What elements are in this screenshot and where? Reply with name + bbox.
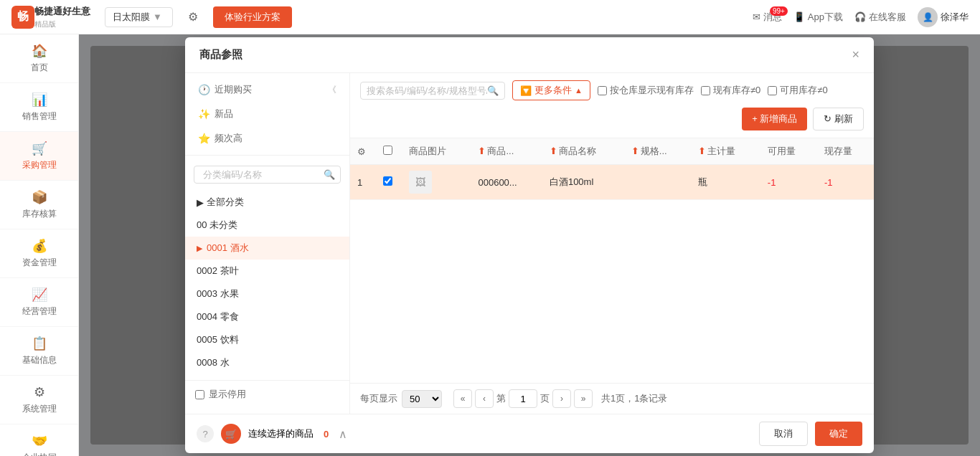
th-checkbox — [376, 138, 402, 165]
basic-icon: 📋 — [32, 336, 47, 351]
td-index: 1 — [350, 165, 376, 200]
sidebar-label-business: 经营管理 — [22, 305, 57, 318]
category-water[interactable]: 0008 水 — [185, 351, 349, 374]
table-header-row: ⚙ 商品图片 ⬆商品... ⬆商品名称 ⬆规格... ⬆主计量 可用量 现存量 — [350, 138, 874, 165]
sidebar-item-system[interactable]: ⚙ 系统管理 — [0, 376, 78, 424]
topbar-right: ✉ 消息 99+ 📱 App下载 🎧 在线客服 👤 徐泽华 — [753, 7, 969, 27]
product-table: ⚙ 商品图片 ⬆商品... ⬆商品名称 ⬆规格... ⬆主计量 可用量 现存量 — [350, 138, 874, 200]
sidebar-item-basic[interactable]: 📋 基础信息 — [0, 327, 78, 376]
th-stock: 现存量 — [817, 138, 874, 165]
purchase-icon: 🛒 — [32, 141, 47, 156]
checkbox-available-label[interactable]: 可用库存≠0 — [768, 84, 827, 97]
exp-button[interactable]: 体验行业方案 — [213, 6, 292, 28]
category-search-icon[interactable]: 🔍 — [324, 169, 335, 180]
category-all[interactable]: ▶ 全部分类 — [185, 191, 349, 214]
footer-collapse-button[interactable]: ∧ — [339, 427, 347, 441]
topbar: 畅 畅捷通好生意 精品版 日太阳膜 ▼ ⚙ 体验行业方案 ✉ 消息 99+ 📱 … — [0, 0, 980, 34]
filter-more-button[interactable]: 🔽 更多条件 ▲ — [512, 80, 590, 100]
page-last-button[interactable]: » — [574, 389, 593, 408]
service-button[interactable]: 🎧 在线客服 — [854, 11, 906, 24]
checkbox-warehouse-label[interactable]: 按仓库显示现有库存 — [598, 84, 694, 97]
product-search-icon[interactable]: 🔍 — [487, 85, 499, 96]
user-area[interactable]: 👤 徐泽华 — [918, 7, 969, 27]
sidebar-item-purchase[interactable]: 🛒 采购管理 — [0, 132, 78, 181]
filter-arrow-icon: ▲ — [575, 86, 583, 95]
select-all-checkbox[interactable] — [383, 146, 392, 155]
category-search-input[interactable] — [203, 169, 324, 180]
show-disabled-checkbox[interactable] — [195, 390, 204, 399]
cancel-button[interactable]: 取消 — [759, 422, 808, 446]
sidebar-item-sales[interactable]: 📊 销售管理 — [0, 83, 78, 132]
table-row[interactable]: 1 🖼 000600... 白酒100ml — [350, 165, 874, 200]
message-icon: ✉ — [753, 11, 760, 22]
category-water-label: 0008 水 — [197, 356, 230, 369]
per-page-dropdown[interactable]: 50 100 200 — [402, 390, 442, 408]
nav-dropdown[interactable]: 日太阳膜 ▼ — [105, 7, 173, 27]
tab-new-label: 新品 — [215, 108, 233, 120]
page-number-input[interactable] — [509, 389, 537, 408]
page-label: 第 — [496, 392, 506, 405]
logo-sub: 精品版 — [34, 20, 56, 28]
sort-icon-code: ⬆ — [478, 146, 486, 156]
app-download-button[interactable]: 📱 App下载 — [793, 11, 843, 24]
category-drink[interactable]: 0005 饮料 — [185, 328, 349, 351]
page-prev-button[interactable]: ‹ — [475, 389, 494, 408]
row-checkbox[interactable] — [383, 176, 392, 186]
help-button[interactable]: ? — [197, 425, 214, 442]
footer-left: ? 🛒 连续选择的商品 0 ∧ — [197, 424, 347, 444]
sidebar-label-collab: 企业协同 — [22, 452, 57, 456]
home-icon: 🏠 — [32, 43, 47, 59]
tab-new[interactable]: ✨ 新品 — [191, 103, 344, 125]
th-spec: ⬆规格... — [624, 138, 692, 165]
checkbox-current-label[interactable]: 现有库存≠0 — [701, 84, 760, 97]
th-name: ⬆商品名称 — [542, 138, 624, 165]
sidebar-item-business[interactable]: 📈 经营管理 — [0, 278, 78, 327]
category-snack[interactable]: 0004 零食 — [185, 305, 349, 328]
sidebar-label-inventory: 库存核算 — [22, 208, 57, 220]
modal-overlay: 商品参照 × 🕐 近期购买 《 — [79, 34, 980, 456]
category-liquor[interactable]: ▶ 0001 酒水 — [185, 237, 349, 260]
gear-button[interactable]: ⚙ — [182, 6, 204, 29]
page-nav: « ‹ 第 页 › » — [453, 389, 593, 408]
confirm-button[interactable]: 确定 — [815, 422, 862, 446]
main-layout: 🏠 首页 📊 销售管理 🛒 采购管理 📦 库存核算 💰 资金管理 📈 经营管理 … — [0, 34, 980, 456]
refresh-button[interactable]: ↻ 刷新 — [813, 108, 864, 130]
logo-text-area: 畅捷通好生意 精品版 — [34, 5, 90, 29]
product-search-input[interactable] — [367, 85, 487, 96]
checkbox-available-text: 可用库存≠0 — [780, 84, 827, 97]
sidebar-item-home[interactable]: 🏠 首页 — [0, 34, 78, 83]
modal-body: 🕐 近期购买 《 ✨ 新品 ⭐ 频次高 — [185, 73, 874, 414]
category-search-box: 🔍 — [194, 166, 341, 184]
tab-frequent[interactable]: ⭐ 频次高 — [191, 128, 344, 149]
show-disabled-area[interactable]: 显示停用 — [185, 380, 349, 408]
checkbox-warehouse[interactable] — [598, 86, 607, 95]
category-appliance[interactable]: 0010 家电 — [185, 374, 349, 380]
page-first-button[interactable]: « — [453, 389, 472, 408]
tab-recent[interactable]: 🕐 近期购买 《 — [191, 79, 344, 100]
td-available: -1 — [760, 165, 817, 200]
app-icon: 📱 — [793, 11, 805, 22]
messages-button[interactable]: ✉ 消息 99+ — [753, 11, 782, 24]
category-drink-label: 0005 饮料 — [197, 333, 239, 346]
sidebar-item-collab[interactable]: 🤝 企业协同 — [0, 424, 78, 456]
category-unclassified[interactable]: 00 未分类 — [185, 214, 349, 237]
table-toolbar: 🔍 🔽 更多条件 ▲ 按仓库显示现有库存 — [350, 73, 874, 138]
page-next-button[interactable]: › — [552, 389, 571, 408]
checkbox-current[interactable] — [701, 86, 710, 95]
checkbox-available[interactable] — [768, 86, 777, 95]
show-disabled-label: 显示停用 — [209, 388, 246, 401]
sidebar-label-basic: 基础信息 — [22, 354, 57, 366]
sidebar-item-finance[interactable]: 💰 资金管理 — [0, 229, 78, 278]
cart-button[interactable]: 🛒 — [221, 424, 241, 444]
category-fruit[interactable]: 0003 水果 — [185, 282, 349, 305]
modal-product-ref: 商品参照 × 🕐 近期购买 《 — [185, 37, 874, 453]
add-product-button[interactable]: + 新增商品 — [742, 108, 807, 130]
sidebar-item-inventory[interactable]: 📦 库存核算 — [0, 181, 78, 229]
th-thumb: 商品图片 — [402, 138, 471, 165]
collapse-left-button[interactable]: 《 — [328, 84, 336, 96]
page-total: 共1页，1条记录 — [601, 392, 667, 405]
modal-close-button[interactable]: × — [852, 47, 859, 62]
category-tea[interactable]: 0002 茶叶 — [185, 260, 349, 282]
sidebar-label-sales: 销售管理 — [22, 110, 57, 123]
sidebar-label-home: 首页 — [31, 62, 48, 74]
